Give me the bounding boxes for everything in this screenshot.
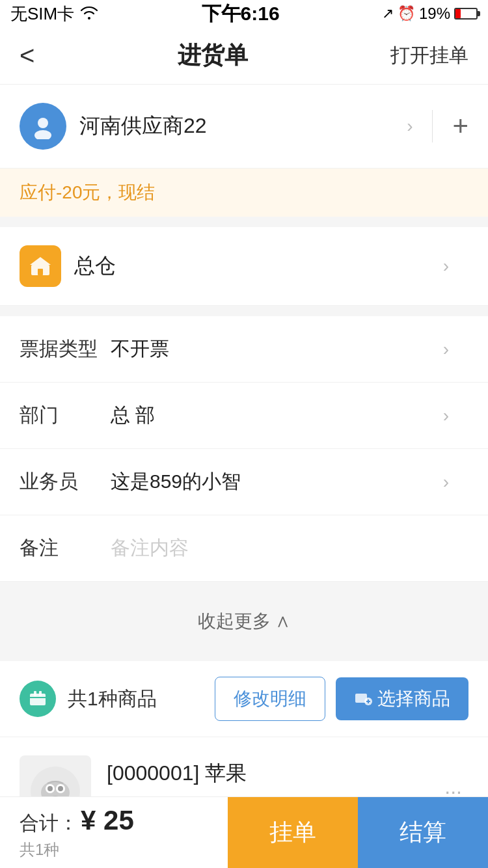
total-row: 合计： ¥ 25 xyxy=(20,805,208,837)
wifi-icon xyxy=(79,4,99,24)
remark-label: 备注 xyxy=(20,535,111,562)
settle-button[interactable]: 结算 xyxy=(358,797,488,869)
salesperson-row[interactable]: 业务员 这是859的小智 › xyxy=(0,449,488,515)
svg-rect-6 xyxy=(34,691,36,696)
svg-marker-3 xyxy=(30,257,51,265)
products-icon xyxy=(20,681,56,717)
product-count-text: 共1种商品 xyxy=(68,686,215,712)
collapse-button[interactable]: 收起更多 ∧ xyxy=(0,592,488,651)
supplier-row[interactable]: 河南供应商22 › + xyxy=(0,85,488,169)
svg-rect-7 xyxy=(39,691,42,696)
add-supplier-button[interactable]: + xyxy=(452,111,468,142)
svg-rect-4 xyxy=(38,269,43,275)
supplier-section: 河南供应商22 › + 应付-20元，现结 xyxy=(0,85,488,217)
invoice-type-chevron-icon: › xyxy=(443,339,449,360)
bottom-bar: 合计： ¥ 25 共1种 挂单 结算 xyxy=(0,796,488,868)
total-label: 合计： xyxy=(20,810,78,837)
remark-row[interactable]: 备注 备注内容 xyxy=(0,515,488,582)
status-bar: 无SIM卡 下午6:16 ↗ ⏰ 19% xyxy=(0,0,488,27)
warehouse-name: 总仓 xyxy=(74,252,443,280)
open-hang-button[interactable]: 打开挂单 xyxy=(390,42,468,69)
battery-icon xyxy=(454,8,478,20)
divider xyxy=(432,110,433,142)
department-label: 部门 xyxy=(20,402,111,429)
notice-bar: 应付-20元，现结 xyxy=(0,169,488,217)
total-section: 合计： ¥ 25 共1种 xyxy=(0,805,228,860)
location-icon: ↗ xyxy=(382,5,394,22)
warehouse-chevron-icon: › xyxy=(443,256,449,277)
carrier-label: 无SIM卡 xyxy=(10,3,74,25)
hang-button[interactable]: 挂单 xyxy=(228,797,358,869)
warehouse-row[interactable]: 总仓 › xyxy=(0,227,488,306)
total-count: 共1种 xyxy=(20,839,208,860)
battery-label: 19% xyxy=(419,5,450,23)
department-chevron-icon: › xyxy=(443,405,449,426)
warehouse-icon xyxy=(20,245,61,287)
supplier-chevron-icon: › xyxy=(407,116,413,137)
select-product-label: 选择商品 xyxy=(377,686,450,711)
total-amount: ¥ 25 xyxy=(81,805,134,836)
salesperson-label: 业务员 xyxy=(20,468,111,495)
svg-point-17 xyxy=(47,786,53,791)
status-right: ↗ ⏰ 19% xyxy=(382,5,478,23)
page-title: 进货单 xyxy=(178,40,248,72)
status-time: 下午6:16 xyxy=(202,1,280,27)
salesperson-value: 这是859的小智 xyxy=(111,468,443,495)
edit-detail-button[interactable]: 修改明细 xyxy=(215,677,325,721)
invoice-type-label: 票据类型 xyxy=(20,336,111,362)
collapse-label: 收起更多 ∧ xyxy=(198,611,291,631)
form-section: 票据类型 不开票 › 部门 总 部 › 业务员 这是859的小智 › 备注 备注… xyxy=(0,316,488,582)
svg-point-1 xyxy=(34,130,51,139)
products-header: 共1种商品 修改明细 选择商品 xyxy=(0,661,488,737)
product-code: [0000001] 苹果 xyxy=(107,761,247,785)
notice-text: 应付-20元，现结 xyxy=(20,182,155,202)
svg-point-18 xyxy=(58,786,63,791)
svg-rect-5 xyxy=(30,694,46,705)
invoice-type-row[interactable]: 票据类型 不开票 › xyxy=(0,316,488,383)
invoice-type-value: 不开票 xyxy=(111,336,443,362)
product-name: [0000001] 苹果 xyxy=(107,759,438,788)
svg-point-0 xyxy=(38,118,48,128)
status-left: 无SIM卡 xyxy=(10,3,99,25)
select-product-button[interactable]: 选择商品 xyxy=(336,677,468,720)
nav-bar: < 进货单 打开挂单 xyxy=(0,27,488,85)
department-value: 总 部 xyxy=(111,402,443,429)
warehouse-section: 总仓 › xyxy=(0,227,488,306)
alarm-icon: ⏰ xyxy=(398,5,415,22)
department-row[interactable]: 部门 总 部 › xyxy=(0,383,488,449)
supplier-avatar xyxy=(20,103,66,150)
remark-input[interactable]: 备注内容 xyxy=(111,535,468,562)
supplier-name: 河南供应商22 xyxy=(79,112,407,141)
back-button[interactable]: < xyxy=(20,41,34,70)
salesperson-chevron-icon: › xyxy=(443,472,449,493)
